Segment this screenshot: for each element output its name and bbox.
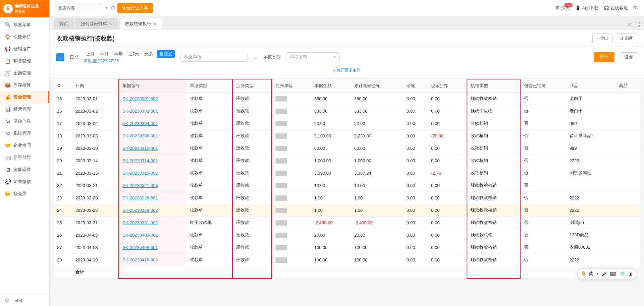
receipt-sn-link[interactable]: SK-20230321-003 xyxy=(122,183,158,188)
grid-icon[interactable]: ⊞ xyxy=(629,271,632,277)
custom-date-btn[interactable]: 自定义 xyxy=(157,50,175,58)
this-year-btn[interactable]: 本年 xyxy=(112,50,125,58)
col-amount: 单据金额 xyxy=(311,79,351,93)
ime-en-icon[interactable]: 英 xyxy=(589,271,593,277)
industry-btn[interactable]: 体验行业方案 xyxy=(117,3,153,13)
counterpart-input[interactable] xyxy=(180,53,248,62)
setting-btn[interactable]: 设置 xyxy=(620,52,637,62)
topbar-dropdown-btn[interactable]: ▾ xyxy=(104,6,109,10)
expand-more-btn[interactable]: ▾ 展开更多条件 xyxy=(56,65,637,75)
receipt-sn-link[interactable]: SK-20230308-001 xyxy=(122,133,158,138)
table-cell: 应收款 xyxy=(232,130,272,142)
app-subtitle: 标准版 xyxy=(15,9,39,14)
table-cell: 2023-03-28 xyxy=(72,192,119,204)
table-cell: 现款收款核销 xyxy=(467,241,520,254)
table-cell: 收款单 xyxy=(186,142,232,155)
receipt-sn-link[interactable]: SK-20230314-001 xyxy=(122,158,158,163)
table-cell: 0.00 xyxy=(403,254,428,266)
messages-btn[interactable]: 🖥 消息 99+ xyxy=(555,5,570,11)
tab-receipt-cancel[interactable]: 收款核销执行 ✕ xyxy=(119,18,162,29)
sidebar-item-operations[interactable]: 📊 经营管理 xyxy=(0,103,49,115)
refresh-btn[interactable]: ↺ 刷新 xyxy=(616,34,637,43)
receipt-sn-link[interactable]: SK-20230403-002 xyxy=(122,233,158,238)
filter-area: » 日期 上月 本月 本年 近7天 更多 自定义 不限 至 2023-07-26… xyxy=(50,47,644,79)
query-btn[interactable]: 查询 xyxy=(594,52,614,62)
table-cell: 0.00 xyxy=(428,229,467,241)
table-cell: 60.00 xyxy=(351,142,403,155)
sidebar-item-inventory[interactable]: 📦 库存核算 xyxy=(0,79,49,91)
sidebar-item-guide[interactable]: 📖 新手引导 xyxy=(0,151,49,164)
sidebar-item-member[interactable]: 👑 畅会员 xyxy=(0,188,49,200)
receipt-sn-link[interactable]: SK-20230418-001 xyxy=(122,257,158,262)
receipt-sn-link[interactable]: SK-20230310-001 xyxy=(122,146,158,151)
table-cell: 0.00 xyxy=(428,93,467,105)
settings-icon[interactable]: ⚙ xyxy=(5,297,9,303)
receipt-sn-link[interactable]: SK-20230315-002 xyxy=(122,171,158,176)
sidebar-item-purchase[interactable]: 🛒 采购管理 xyxy=(0,67,49,79)
table-cell: SK-20230302-002 xyxy=(119,105,186,117)
receipt-sn-link[interactable]: SK-20230301-002 xyxy=(122,96,158,101)
keyboard-icon[interactable]: ⌨ xyxy=(610,271,616,277)
tab-close-icon[interactable]: ✕ xyxy=(153,21,157,26)
basic-icon: 🗂 xyxy=(5,119,11,124)
sidebar-item-sales[interactable]: 📋 销售管理 xyxy=(0,55,49,67)
more-date-btn[interactable]: 更多 xyxy=(143,50,155,58)
table-cell: 否 xyxy=(520,117,566,130)
app-download-btn[interactable]: 📱 App下载 xyxy=(575,5,598,11)
export-btn[interactable]: ↑ 导出 xyxy=(592,34,612,43)
shirt-icon[interactable]: 👕 xyxy=(620,271,625,277)
tab-prepay[interactable]: 预付款应付单 ✕ xyxy=(75,18,118,29)
collapse-icon[interactable]: ◀◀ xyxy=(14,297,22,303)
sidebar-item-system[interactable]: ⚙ 系统管理 xyxy=(0,127,49,139)
sidebar-item-quick[interactable]: 🏠 快捷导航 xyxy=(0,31,49,43)
table-body: 152023-03-01SK-20230301-002收款单应收款████360… xyxy=(54,93,640,266)
close-tab-icon[interactable]: ✕ xyxy=(628,21,632,28)
filter-dots[interactable]: ... xyxy=(253,54,258,61)
table-cell: 否 xyxy=(520,192,566,204)
sidebar-item-collab[interactable]: 🤝 企业协同 xyxy=(0,139,49,151)
receipt-sn-link[interactable]: SK-20230328-002 xyxy=(122,208,158,213)
headset-icon: 🎧 xyxy=(604,5,609,10)
receipt-type-label: 单据类型 xyxy=(263,54,281,60)
search-wrap xyxy=(55,4,102,12)
table-cell: ████ xyxy=(272,204,311,217)
receipt-sn-link[interactable]: SK-20230328-001 xyxy=(122,195,158,200)
topbar: ▾ ⚙ 体验行业方案 🖥 消息 99+ 📱 App下载 🎧 在线客服 Rit xyxy=(50,0,644,16)
table-cell: 1,000.00 xyxy=(311,155,351,167)
topbar-search-input[interactable] xyxy=(55,4,102,12)
tab-label: 首页 xyxy=(59,21,68,27)
tab-close-icon[interactable]: ✕ xyxy=(109,21,112,26)
table-cell: 999 xyxy=(566,117,615,130)
sidebar-item-basic[interactable]: 🗂 基础信息 xyxy=(0,115,49,127)
table-wrap: ⚙ 日期 单据编号 单据类型 业务类型 往来单位 单据金额 累计核销金额 余额 … xyxy=(50,79,644,306)
table-cell: ████ xyxy=(272,167,311,179)
receipt-sn-link[interactable]: SK-20230302-002 xyxy=(122,109,158,114)
last-month-btn[interactable]: 上月 xyxy=(84,50,97,58)
table-cell: 0.00 xyxy=(403,241,428,254)
sidebar-item-hardware[interactable]: 🖥 智能硬件 xyxy=(0,164,49,176)
sidebar-item-marketing[interactable]: 📢 营销推广 xyxy=(0,43,49,55)
receipt-sn-link[interactable]: SK-20230304-001 xyxy=(122,121,158,126)
table-cell: 28 xyxy=(54,254,72,266)
col-include-settled: 包含已结清 xyxy=(520,79,566,93)
receipt-sn-link[interactable]: SK-20230331-002 xyxy=(122,220,158,225)
receipt-sn-link[interactable]: SK-20230408-001 xyxy=(122,245,158,250)
table-cell: 0.00 xyxy=(428,179,467,192)
sidebar-item-weixin[interactable]: 💬 企业微信 xyxy=(0,176,49,188)
last-7days-btn[interactable]: 近7天 xyxy=(126,50,141,58)
maximize-icon[interactable]: ⛶ xyxy=(635,22,640,28)
table-cell: 100.00 xyxy=(351,254,403,266)
sidebar-item-label: 企业协同 xyxy=(13,142,31,148)
sidebar-item-finance[interactable]: 💰 资金管理 xyxy=(0,91,49,103)
online-service-btn[interactable]: 🎧 在线客服 xyxy=(604,5,628,11)
user-avatar[interactable]: Rit xyxy=(633,5,639,10)
receipt-type-select[interactable]: 单据类型 ▾ xyxy=(286,52,340,62)
table-cell xyxy=(566,179,615,192)
this-month-btn[interactable]: 本月 xyxy=(98,50,111,58)
mic-icon[interactable]: 🎤 xyxy=(601,271,607,277)
filter-toggle-btn[interactable]: » xyxy=(56,53,64,61)
gear-icon[interactable]: ⚙ xyxy=(111,5,115,11)
sidebar-item-search[interactable]: 🔍 搜索菜单 xyxy=(0,19,49,31)
table-cell xyxy=(615,93,640,105)
tab-home[interactable]: 首页 xyxy=(54,18,74,29)
